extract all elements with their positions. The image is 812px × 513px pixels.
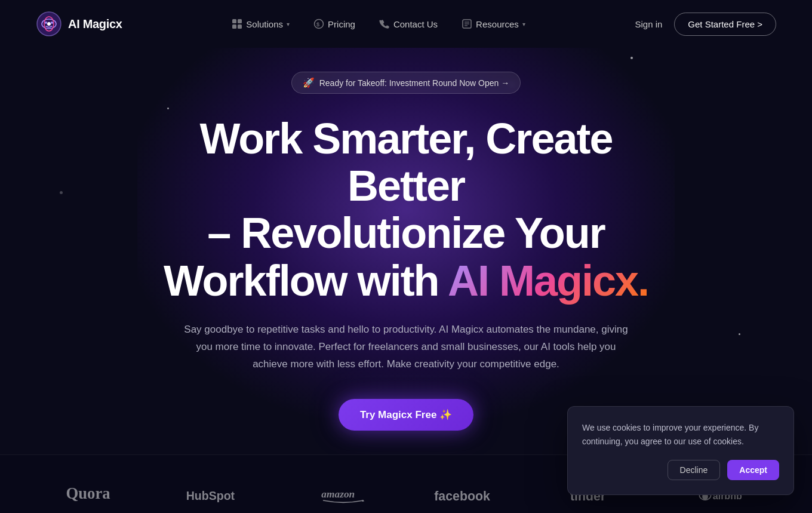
chevron-down-icon: ▾	[287, 21, 290, 27]
hubspot-logo: HubSpot	[161, 486, 275, 505]
svg-text:facebook: facebook	[434, 489, 490, 503]
grid-icon	[232, 19, 242, 29]
svg-rect-8	[232, 24, 236, 29]
get-started-button[interactable]: Get Started Free >	[674, 13, 776, 36]
navbar: AI Magicx Solutions ▾ $ Pricing Contact	[0, 0, 812, 48]
svg-text:amazon: amazon	[321, 489, 355, 500]
svg-text:$: $	[316, 21, 319, 27]
nav-solutions[interactable]: Solutions ▾	[222, 14, 299, 34]
hero-subtext: Say goodbye to repetitive tasks and hell…	[182, 321, 630, 373]
hero-heading-brand: AI Magicx.	[448, 257, 648, 305]
svg-text:Quora: Quora	[66, 484, 110, 502]
logo[interactable]: AI Magicx	[36, 11, 122, 37]
book-icon	[462, 19, 472, 29]
logo-text: AI Magicx	[68, 17, 122, 31]
svg-point-3	[47, 22, 51, 26]
phone-icon	[379, 19, 390, 29]
hero-heading-line3-plain: Workflow with	[164, 257, 448, 305]
badge-text: Ready for Takeoff: Investment Round Now …	[319, 78, 510, 88]
facebook-logo: facebook	[412, 486, 525, 505]
decline-button[interactable]: Decline	[668, 460, 721, 480]
tag-icon: $	[313, 19, 324, 29]
quora-logo: Quora	[36, 484, 149, 508]
cookie-banner: We use cookies to improve your experienc…	[567, 406, 794, 495]
svg-rect-7	[238, 19, 242, 23]
decorative-dot-2	[167, 107, 169, 109]
amazon-logo: amazon	[287, 486, 400, 505]
svg-point-4	[45, 21, 47, 24]
decorative-dot-4	[60, 191, 63, 194]
hero-section: 🚀 Ready for Takeoff: Investment Round No…	[0, 48, 812, 454]
hero-heading-line2: – Revolutionize Your	[207, 209, 604, 257]
nav-right: Sign in Get Started Free >	[635, 13, 776, 36]
announcement-badge[interactable]: 🚀 Ready for Takeoff: Investment Round No…	[291, 72, 521, 94]
svg-text:HubSpot: HubSpot	[186, 490, 235, 503]
svg-point-5	[51, 21, 53, 24]
logo-icon	[36, 11, 62, 37]
sign-in-link[interactable]: Sign in	[635, 19, 662, 29]
svg-rect-6	[232, 19, 236, 23]
accept-button[interactable]: Accept	[727, 460, 779, 480]
decorative-dot-3	[739, 333, 740, 335]
cookie-text: We use cookies to improve your experienc…	[582, 421, 779, 448]
nav-links: Solutions ▾ $ Pricing Contact Us Resourc…	[222, 14, 534, 34]
nav-resources[interactable]: Resources ▾	[452, 14, 535, 34]
svg-rect-9	[238, 24, 242, 29]
hero-heading-line1: Work Smarter, Create Better	[199, 115, 612, 210]
decorative-dot-1	[630, 57, 633, 59]
hero-heading: Work Smarter, Create Better – Revolution…	[137, 115, 675, 305]
rocket-icon: 🚀	[303, 77, 315, 88]
nav-contact[interactable]: Contact Us	[370, 14, 447, 34]
chevron-down-icon-resources: ▾	[522, 21, 525, 27]
nav-pricing[interactable]: $ Pricing	[304, 14, 365, 34]
cookie-actions: Decline Accept	[582, 460, 779, 480]
cta-button[interactable]: Try Magicx Free ✨	[339, 399, 473, 431]
